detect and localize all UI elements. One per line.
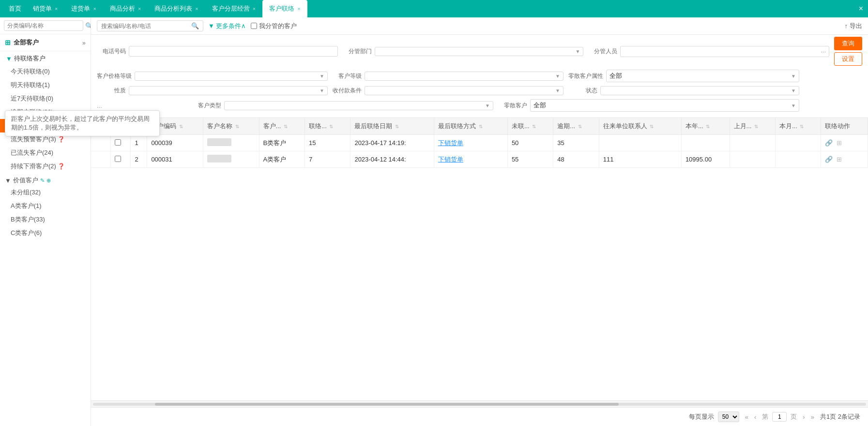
col-name-header[interactable]: 客户名称 ⇅ bbox=[203, 118, 259, 135]
col-unlink-header[interactable]: 未联... ⇅ bbox=[507, 118, 553, 135]
nav-item-analysis-list[interactable]: 商品分析列表 × bbox=[148, 0, 205, 17]
sort-icon-unlink: ⇅ bbox=[532, 124, 536, 129]
content-area: 🔍 ▼ 更多条件 ∧ 我分管的客户 ↑ 导出 电话号码 bbox=[91, 17, 868, 426]
row1-last-method[interactable]: 下销货单 bbox=[434, 135, 507, 151]
first-page-btn[interactable]: « bbox=[743, 412, 750, 422]
col-contact-header[interactable]: 联络... ⇅ bbox=[305, 118, 350, 135]
scrollbar-thumb[interactable] bbox=[155, 403, 619, 406]
col-unit-contact-header[interactable]: 往来单位联系人 ⇅ bbox=[599, 118, 681, 135]
dept-select[interactable]: ▼ bbox=[375, 47, 584, 56]
row1-this-month bbox=[775, 135, 821, 151]
row1-action-grid-icon[interactable]: ⊞ bbox=[837, 139, 842, 147]
nav-item-sales[interactable]: 销货单 × bbox=[26, 0, 64, 17]
per-page-select[interactable]: 50 bbox=[718, 411, 739, 422]
sidebar-item-ungrouped[interactable]: 未分组(32) bbox=[0, 186, 91, 199]
query-button[interactable]: 查询 bbox=[834, 37, 862, 50]
customer-type-select[interactable]: ▼ bbox=[224, 101, 493, 110]
filter-cell-retail: 零散客户 全部 ▼ bbox=[498, 99, 799, 112]
row2-last-method[interactable]: 下销货单 bbox=[434, 151, 507, 168]
table-row: 2 000031 A类客户 7 2023-04-12 14:44: 下销货单 5… bbox=[91, 151, 868, 168]
tooltip-box: 距客户上次交易时长，超过了此客户的平均交易周期的1.5倍，则视为异常。 bbox=[5, 110, 91, 136]
sidebar-item-b-class[interactable]: B类客户(33) bbox=[0, 213, 91, 226]
my-customers-checkbox[interactable] bbox=[251, 23, 257, 29]
next-page-btn[interactable]: › bbox=[801, 412, 807, 422]
col-this-year-header[interactable]: 本年... ⇅ bbox=[681, 118, 730, 135]
row2-checkbox[interactable] bbox=[115, 156, 121, 162]
row1-checkbox[interactable] bbox=[115, 139, 121, 146]
settings-button[interactable]: 设置 bbox=[834, 52, 862, 66]
sidebar-search-input[interactable] bbox=[4, 20, 83, 31]
row1-name bbox=[203, 135, 259, 151]
nav-item-home[interactable]: 首页 bbox=[4, 0, 26, 17]
col-grade-header[interactable]: 客户... ⇅ bbox=[259, 118, 305, 135]
col-last-month-header[interactable]: 上月... ⇅ bbox=[730, 118, 775, 135]
payment-select[interactable]: ▼ bbox=[365, 86, 563, 95]
row1-action-link-icon[interactable]: 🔗 bbox=[825, 139, 833, 147]
person-dots[interactable]: ··· bbox=[821, 48, 826, 55]
edit-icon[interactable]: ✎ bbox=[40, 177, 45, 184]
row2-action-grid-icon[interactable]: ⊞ bbox=[837, 156, 842, 163]
search-input[interactable] bbox=[101, 23, 189, 29]
nav-close-sales[interactable]: × bbox=[55, 6, 58, 12]
export-btn[interactable]: ↑ 导出 bbox=[845, 22, 863, 30]
close-all-tabs[interactable]: × bbox=[859, 4, 863, 13]
row1-check[interactable] bbox=[110, 135, 131, 151]
sort-icon-this-year: ⇅ bbox=[706, 124, 710, 129]
row2-index: 2 bbox=[131, 151, 147, 168]
col-last-method-header[interactable]: 最后联络方式 ⇅ bbox=[434, 118, 507, 135]
nav-close-analysis-list[interactable]: × bbox=[195, 6, 198, 12]
sidebar-item-already-lost[interactable]: 已流失客户(24) bbox=[0, 146, 91, 160]
sidebar-item-c-class[interactable]: C类客户(6) bbox=[0, 226, 91, 240]
col-this-month-header[interactable]: 本月... ⇅ bbox=[775, 118, 821, 135]
last-page-btn[interactable]: » bbox=[809, 412, 816, 422]
sort-icon-name: ⇅ bbox=[235, 124, 239, 129]
filter-row-1: 电话号码 分管部门 ▼ 分管人员 ··· bbox=[97, 35, 862, 68]
sort-icon-contact: ⇅ bbox=[329, 124, 333, 129]
gender-select[interactable]: ▼ bbox=[129, 86, 328, 95]
row2-unlink: 55 bbox=[507, 151, 553, 168]
grade-select[interactable]: ▼ bbox=[365, 72, 563, 81]
sidebar-item-today[interactable]: 今天待联络(0) bbox=[0, 65, 91, 78]
nav-item-purchase[interactable]: 进货单 × bbox=[64, 0, 103, 17]
more-filter-dots[interactable]: ... bbox=[97, 102, 102, 109]
person-select[interactable]: ··· bbox=[620, 46, 829, 57]
nav-close-customer-tier[interactable]: × bbox=[253, 6, 256, 12]
status-arrow-icon: ▼ bbox=[791, 88, 796, 93]
phone-input[interactable] bbox=[129, 46, 338, 57]
grid-icon: ⊞ bbox=[5, 39, 11, 46]
col-overdue-header[interactable]: 逾期... ⇅ bbox=[553, 118, 599, 135]
retail-select[interactable]: 全部 ▼ bbox=[530, 99, 799, 112]
prev-page-btn[interactable]: ‹ bbox=[752, 412, 758, 422]
sidebar-item-tomorrow[interactable]: 明天待联络(1) bbox=[0, 78, 91, 92]
add-icon[interactable]: ⊕ bbox=[46, 177, 51, 184]
row2-action-link-icon[interactable]: 🔗 bbox=[825, 156, 833, 163]
horizontal-scrollbar[interactable] bbox=[91, 400, 868, 407]
pending-group-header[interactable]: ▼ 待联络客户 bbox=[0, 51, 91, 65]
sidebar-value-group-header[interactable]: ▼ 价值客户 ✎ ⊕ bbox=[0, 173, 91, 186]
status-select[interactable]: ▼ bbox=[600, 86, 799, 95]
sidebar-item-continuous-drop[interactable]: 持续下滑客户(2) ❓ bbox=[0, 160, 91, 173]
more-conditions-btn[interactable]: ▼ 更多条件 ∧ bbox=[208, 22, 246, 30]
col-last-date-header[interactable]: 最后联络日期 ⇅ bbox=[350, 118, 434, 135]
sidebar-item-7days[interactable]: 近7天待联络(0) bbox=[0, 92, 91, 105]
nav-item-customer-tier[interactable]: 客户分层经营 × bbox=[205, 0, 262, 17]
sidebar-collapse-icon[interactable]: » bbox=[82, 39, 86, 46]
nav-close-analysis[interactable]: × bbox=[138, 6, 141, 12]
nav-close-customer-contact[interactable]: × bbox=[297, 6, 300, 12]
sort-icon-last-month: ⇅ bbox=[754, 124, 758, 129]
row1-settings bbox=[91, 135, 110, 151]
page-input[interactable] bbox=[772, 412, 787, 422]
search-submit-icon[interactable]: 🔍 bbox=[191, 22, 199, 29]
nav-item-analysis[interactable]: 商品分析 × bbox=[103, 0, 148, 17]
search-wrap: 🔍 bbox=[97, 20, 203, 31]
nav-close-purchase[interactable]: × bbox=[93, 6, 96, 12]
row2-check[interactable] bbox=[110, 151, 131, 168]
sidebar-search-icon[interactable]: 🔍 bbox=[85, 22, 91, 29]
price-level-select[interactable]: ▼ bbox=[135, 72, 328, 81]
retail-attr-select[interactable]: 全部 ▼ bbox=[606, 70, 799, 82]
row1-last-month bbox=[730, 135, 775, 151]
nav-item-customer-contact[interactable]: 客户联络 × bbox=[262, 0, 307, 17]
row1-this-year bbox=[681, 135, 730, 151]
price-level-arrow-icon: ▼ bbox=[320, 73, 324, 79]
sidebar-item-a-class[interactable]: A类客户(1) bbox=[0, 199, 91, 213]
